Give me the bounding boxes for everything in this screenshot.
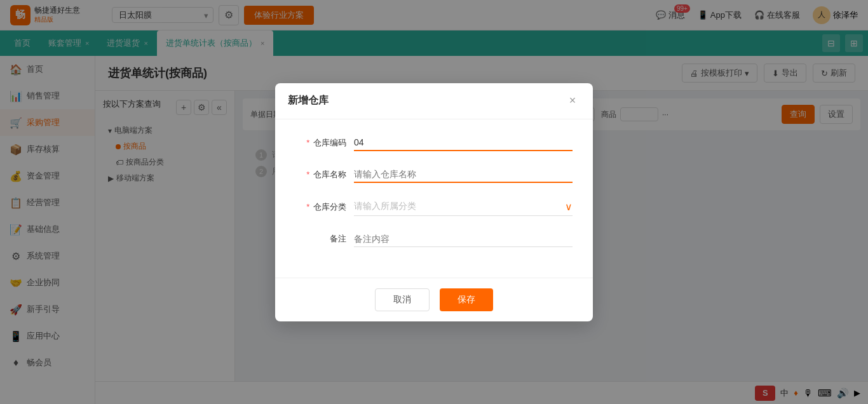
save-button[interactable]: 保存 — [440, 288, 493, 311]
cancel-button[interactable]: 取消 — [375, 288, 430, 311]
warehouse-remark-input[interactable] — [354, 231, 573, 247]
warehouse-code-label: * 仓库编码 — [295, 137, 346, 149]
warehouse-category-placeholder: 请输入所属分类 — [354, 201, 416, 212]
warehouse-remark-label: 备注 — [295, 233, 346, 245]
warehouse-category-label: * 仓库分类 — [295, 201, 346, 213]
modal-header: 新增仓库 × — [275, 83, 593, 119]
required-star-name: * — [306, 170, 309, 179]
required-star-code: * — [306, 138, 309, 147]
modal-title: 新增仓库 — [288, 94, 329, 107]
add-warehouse-modal: 新增仓库 × * 仓库编码 * 仓库名称 — [275, 83, 593, 321]
required-star-category: * — [306, 202, 309, 212]
modal-overlay: 新增仓库 × * 仓库编码 * 仓库名称 — [0, 0, 868, 404]
modal-close-button[interactable]: × — [565, 93, 580, 109]
warehouse-category-select[interactable]: 请输入所属分类 ∨ — [354, 198, 573, 216]
warehouse-name-label: * 仓库名称 — [295, 169, 346, 180]
modal-body: * 仓库编码 * 仓库名称 * 仓库分类 请输入 — [275, 119, 593, 278]
warehouse-remark-row: 备注 — [295, 231, 573, 247]
warehouse-name-row: * 仓库名称 — [295, 166, 573, 183]
warehouse-name-input[interactable] — [354, 166, 573, 183]
warehouse-code-input[interactable] — [354, 135, 573, 151]
warehouse-category-row: * 仓库分类 请输入所属分类 ∨ — [295, 198, 573, 216]
warehouse-code-row: * 仓库编码 — [295, 135, 573, 151]
modal-footer: 取消 保存 — [275, 278, 593, 321]
category-dropdown-icon: ∨ — [565, 201, 573, 213]
